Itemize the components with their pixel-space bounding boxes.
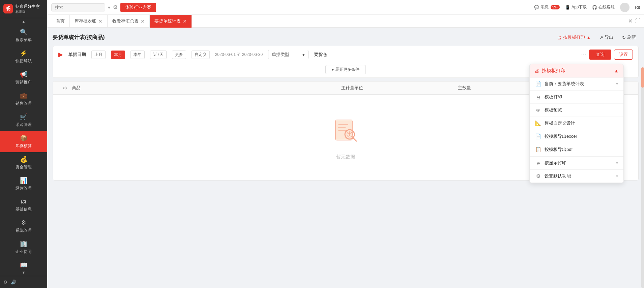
goods-filter-partial: 要货仓: [314, 52, 327, 58]
svg-rect-1: [338, 124, 348, 125]
dropdown-current-template[interactable]: 📄 当前：要货单统计表 ▾: [530, 77, 623, 91]
tab-inventory-batch-label: 库存批次账: [75, 18, 96, 24]
dropdown-header-left: 🖨 按模板打印: [534, 68, 565, 74]
close-window-icon[interactable]: ✕: [628, 18, 633, 24]
dropdown-export-pdf[interactable]: 📋 按模板导出pdf: [530, 143, 623, 156]
template-preview-label: 模板预览: [545, 107, 562, 113]
trial-btn[interactable]: 体验行业方案: [120, 3, 156, 12]
dropdown-template-print[interactable]: 🖨 模板打印: [530, 91, 623, 104]
tab-order-stats-label: 要货单统计表: [154, 18, 181, 24]
right-scrollbar[interactable]: [641, 67, 644, 288]
topbar: ▾ ⚙ 体验行业方案 💬 消息 99+ 📱 App下载 🎧 在线客服 Rit: [47, 0, 644, 15]
date-7days-btn[interactable]: 近7天: [150, 51, 167, 59]
sidebar-item-purchase[interactable]: 🛒 采购管理: [0, 110, 47, 131]
dropdown-header[interactable]: 🖨 按模板打印 ▲: [530, 64, 623, 77]
search-input[interactable]: [51, 3, 105, 11]
scrollbar-thumb[interactable]: [641, 67, 644, 88]
sales-icon: 💼: [20, 92, 27, 99]
scroll-up-btn[interactable]: ▲: [0, 18, 47, 25]
sidebar-item-guide[interactable]: 📖 新手引导: [0, 258, 47, 269]
scroll-down-btn[interactable]: ▼: [0, 269, 47, 276]
date-this-month-btn[interactable]: 本月: [111, 51, 125, 59]
online-service-btn[interactable]: 🎧 在线客服: [592, 4, 615, 10]
date-this-year-btn[interactable]: 本年: [130, 51, 145, 59]
sidebar: 畅 畅康通好生意 标准版 ▲ 🔍 搜索菜单 ⚡ 快捷导航 📢 营销推广 💼 销售…: [0, 0, 47, 288]
sidebar-item-quicknav[interactable]: ⚡ 快捷导航: [0, 46, 47, 67]
tab-close-icon[interactable]: ✕: [183, 19, 187, 24]
messages-badge: 99+: [551, 5, 560, 9]
print-template-btn[interactable]: 🖨 按模板打印 ▲: [555, 33, 593, 42]
template-design-icon: 📐: [535, 120, 541, 126]
dropdown-template-preview[interactable]: 👁 模板预览: [530, 104, 623, 117]
type-filter-label: 单据类型: [272, 52, 289, 58]
tab-close-icon[interactable]: ✕: [98, 19, 103, 24]
template-design-label: 模板自定义设计: [545, 120, 575, 126]
sidebar-item-marketing[interactable]: 📢 营销推广: [0, 67, 47, 89]
date-more-btn[interactable]: 更多: [172, 51, 186, 59]
filter-expand-icon[interactable]: ▶: [58, 51, 63, 58]
logo-text: 畅康通好生意 标准版: [16, 4, 40, 14]
tab-home-label: 首页: [56, 18, 65, 24]
tab-close-icon[interactable]: ✕: [141, 19, 145, 24]
settings-icon[interactable]: ⚙: [3, 280, 7, 285]
export-btn[interactable]: ↗ 导出: [597, 33, 616, 42]
svg-line-6: [353, 138, 356, 141]
dropdown-chevron-icon: ▲: [614, 68, 619, 73]
type-filter-select[interactable]: 单据类型 ▾: [268, 50, 309, 59]
sidebar-item-sales[interactable]: 💼 销售管理: [0, 89, 47, 110]
tab-receivable-label: 收发存汇总表: [112, 18, 139, 24]
print-label: 按模板打印: [563, 34, 585, 40]
tab-receivable-summary[interactable]: 收发存汇总表 ✕: [108, 15, 150, 28]
enterprise-icon: 🏢: [20, 240, 27, 248]
settings-btn[interactable]: 设置: [614, 50, 633, 60]
app-download-btn[interactable]: 📱 App下载: [565, 4, 587, 10]
sidebar-item-label: 系统管理: [16, 228, 32, 233]
user-name: Rit: [635, 5, 640, 10]
refresh-icon: ↻: [622, 35, 626, 40]
refresh-btn[interactable]: ↻ 刷新: [619, 33, 639, 42]
system-icon: ⚙: [21, 219, 26, 226]
query-btn[interactable]: 查询: [589, 50, 611, 60]
dropdown-export-excel[interactable]: 📄 按模板导出excel: [530, 130, 623, 143]
app-name: 畅康通好生意: [16, 4, 40, 9]
messages-btn[interactable]: 💬 消息 99+: [534, 4, 560, 10]
topbar-settings-icon[interactable]: ⚙: [113, 4, 118, 10]
quick-nav-icon: ⚡: [20, 50, 27, 57]
search-menu-icon: 🔍: [20, 28, 27, 36]
expand-more-btn[interactable]: ▾ 展开更多条件: [325, 65, 366, 74]
date-last-month-btn[interactable]: 上月: [91, 51, 106, 59]
tab-home[interactable]: 首页: [51, 15, 70, 28]
sidebar-item-inventory[interactable]: 📦 库存核算: [0, 131, 47, 152]
sidebar-item-search[interactable]: 🔍 搜索菜单: [0, 25, 47, 46]
sidebar-item-label: 库存核算: [16, 143, 32, 149]
messages-label: 消息: [540, 4, 549, 10]
template-print-label: 模板打印: [545, 94, 562, 100]
message-icon: 💬: [534, 5, 539, 10]
sidebar-item-label: 企业协同: [16, 249, 32, 255]
sidebar-item-basic[interactable]: 🗂 基础信息: [0, 195, 47, 216]
chevron-up-icon: ▲: [586, 35, 591, 40]
avatar[interactable]: [620, 3, 630, 12]
th-settings[interactable]: ⚙: [58, 86, 72, 91]
guide-icon: 📖: [20, 261, 27, 269]
sidebar-item-system[interactable]: ⚙ 系统管理: [0, 216, 47, 237]
app-version: 标准版: [16, 9, 40, 14]
sidebar-item-label: 快捷导航: [16, 58, 32, 64]
print-icon: 🖨: [557, 35, 562, 40]
maximize-icon[interactable]: ⛶: [635, 18, 641, 24]
sidebar-item-enterprise[interactable]: 🏢 企业协同: [0, 237, 47, 258]
sound-icon[interactable]: 🔊: [11, 280, 16, 285]
dropdown-template-design[interactable]: 📐 模板自定义设计: [530, 117, 623, 130]
dropdown-display-print[interactable]: 🖥 按显示打印 ▾: [530, 156, 623, 169]
more-options-icon[interactable]: ⋯: [581, 52, 586, 58]
tab-inventory-batch[interactable]: 库存批次账 ✕: [70, 15, 108, 28]
export-label: 导出: [605, 34, 613, 40]
tab-order-stats[interactable]: 要货单统计表 ✕: [150, 15, 192, 28]
print-dropdown-icon: 🖨: [534, 68, 539, 73]
date-custom-btn[interactable]: 自定义: [192, 51, 210, 59]
search-chevron-icon[interactable]: ▾: [108, 5, 110, 10]
sidebar-item-operations[interactable]: 📊 经营管理: [0, 173, 47, 195]
empty-text: 暂无数据: [336, 154, 355, 160]
dropdown-default-feature[interactable]: ⚙ 设置默认功能 ▾: [530, 169, 623, 183]
sidebar-item-finance[interactable]: 💰 资金管理: [0, 152, 47, 173]
